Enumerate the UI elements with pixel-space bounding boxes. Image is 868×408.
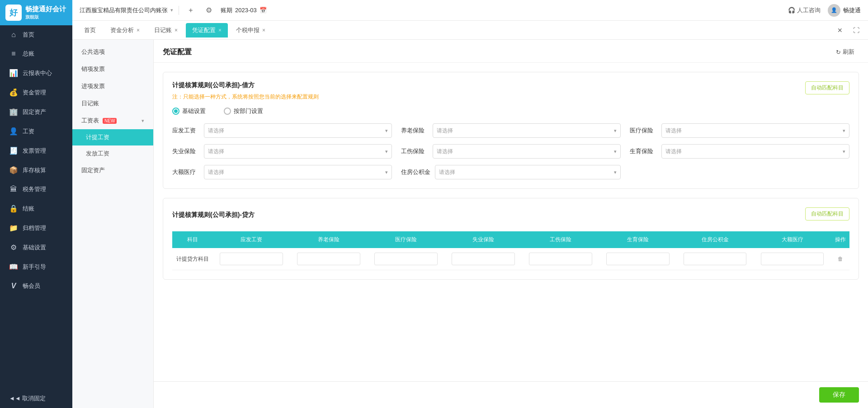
save-button[interactable]: 保存: [819, 387, 859, 403]
row-large-medical-input[interactable]: [761, 253, 824, 265]
delete-icon[interactable]: 🗑: [838, 256, 843, 262]
maternity-select[interactable]: 请选择 ▾: [661, 144, 849, 159]
unemployment-select-arrow: ▾: [385, 149, 388, 155]
row-unemployment-input[interactable]: [452, 253, 514, 265]
credit-auto-match-button[interactable]: 自动匹配科目: [805, 207, 849, 220]
row-maternity-input-cell: [599, 248, 676, 270]
row-housing-input[interactable]: [684, 253, 746, 265]
user-menu[interactable]: 👤 畅捷通: [828, 4, 861, 17]
salary-select-arrow: ▾: [385, 128, 388, 134]
field-maternity: 生育保险 请选择 ▾: [630, 144, 849, 159]
report-icon: 📊: [9, 69, 18, 77]
tab-tax[interactable]: 个税申报 ×: [230, 23, 272, 38]
tab-close-all-icon[interactable]: ✕: [834, 24, 846, 37]
username: 畅捷通: [843, 6, 861, 14]
row-pension-input[interactable]: [297, 253, 360, 265]
medical-select-placeholder: 请选择: [665, 127, 682, 135]
tab-expand-icon[interactable]: ⛶: [850, 24, 863, 37]
add-button[interactable]: +: [184, 4, 197, 17]
ledger-icon: ≡: [9, 50, 18, 58]
row-large-medical-input-cell: [754, 248, 831, 270]
tab-journal[interactable]: 日记账 ×: [148, 23, 184, 38]
debit-section-note: 注：只能选择一种方式，系统将按照您当前的选择来配置规则: [172, 93, 319, 101]
sidebar-item-inventory[interactable]: 📦 库存核算: [0, 160, 72, 180]
topbar-right: 🎧 人工咨询 👤 畅捷通: [788, 4, 861, 17]
cancel-fix-button[interactable]: ◄◄ 取消固定: [0, 389, 72, 408]
nav-journal[interactable]: 日记账: [72, 95, 153, 112]
row-work-injury-input[interactable]: [529, 253, 592, 265]
period-selector[interactable]: 账期 2023-03 📅: [221, 6, 267, 14]
tab-journal-close[interactable]: ×: [175, 27, 178, 33]
nav-fixed-assets-label: 固定资产: [81, 166, 105, 174]
row-maternity-input[interactable]: [606, 253, 669, 265]
col-pension: 养老保险: [290, 231, 368, 248]
radio-dept[interactable]: 按部门设置: [224, 107, 263, 115]
service-button[interactable]: 🎧 人工咨询: [788, 6, 821, 14]
new-badge: NEW: [103, 118, 117, 124]
tab-tax-close[interactable]: ×: [262, 27, 265, 33]
main-area: 江西服宝精品有限责任公司内账张 ▾ + ⚙ 账期 2023-03 📅 🎧 人工咨…: [72, 0, 868, 408]
radio-basic[interactable]: 基础设置: [172, 107, 206, 115]
nav-purchase[interactable]: 进项发票: [72, 78, 153, 95]
maternity-label: 生育保险: [630, 147, 657, 155]
salary-select-placeholder: 请选择: [208, 127, 224, 135]
large-medical-select-arrow: ▾: [385, 169, 388, 175]
housing-fund-select-arrow: ▾: [614, 169, 617, 175]
tab-finance[interactable]: 资金分析 ×: [104, 23, 146, 38]
sidebar: 好 畅捷通好会计 旗舰版 ⌂ 首页 ≡ 总账 📊 云报表中心 💰 资金管理 🏢 …: [0, 0, 72, 408]
nav-public[interactable]: 公共选项: [72, 43, 153, 61]
settings-gear-icon[interactable]: ⚙: [203, 4, 215, 17]
salary-select[interactable]: 请选择 ▾: [204, 123, 392, 138]
pension-select[interactable]: 请选择 ▾: [433, 123, 621, 138]
home-icon: ⌂: [9, 31, 18, 39]
refresh-icon: ↻: [836, 49, 841, 56]
sidebar-item-report[interactable]: 📊 云报表中心: [0, 63, 72, 83]
sidebar-item-guide[interactable]: 📖 新手引导: [0, 257, 72, 277]
tabbar: 首页 资金分析 × 日记账 × 凭证配置 × 个税申报 × ✕ ⛶: [72, 21, 868, 40]
sidebar-label-tax: 税务管理: [23, 185, 46, 193]
medical-label: 医疗保险: [630, 127, 657, 135]
field-work-injury: 工伤保险 请选择 ▾: [401, 144, 621, 159]
page-title: 凭证配置: [163, 47, 192, 57]
radio-basic-label: 基础设置: [182, 107, 206, 115]
housing-fund-label: 住房公积金: [401, 168, 430, 176]
tab-finance-close[interactable]: ×: [137, 27, 140, 33]
debit-auto-match-button[interactable]: 自动匹配科目: [805, 81, 849, 94]
row-salary-input[interactable]: [220, 253, 283, 265]
sidebar-item-invoice[interactable]: 🧾 发票管理: [0, 141, 72, 160]
row-housing-input-cell: [676, 248, 754, 270]
nav-calc-salary[interactable]: 计提工资: [72, 129, 153, 145]
sidebar-item-assets[interactable]: 🏢 固定资产: [0, 102, 72, 122]
tab-voucher[interactable]: 凭证配置 ×: [186, 23, 228, 38]
unemployment-select[interactable]: 请选择 ▾: [204, 144, 392, 159]
sidebar-item-settings[interactable]: ⚙ 基础设置: [0, 238, 72, 257]
row-subject-name: 计提贷方科目: [172, 248, 213, 270]
sidebar-item-capital[interactable]: 💰 资金管理: [0, 83, 72, 102]
sidebar-item-vip[interactable]: V 畅会员: [0, 277, 72, 295]
nav-sales[interactable]: 销项发票: [72, 61, 153, 78]
refresh-button[interactable]: ↻ 刷新: [831, 46, 859, 58]
nav-payroll-table[interactable]: 工资表 NEW ▾: [72, 112, 153, 129]
sidebar-item-salary[interactable]: 👤 工资: [0, 122, 72, 141]
sidebar-item-close[interactable]: 🔒 结账: [0, 199, 72, 218]
work-injury-select[interactable]: 请选择 ▾: [433, 144, 621, 159]
housing-fund-select-placeholder: 请选择: [439, 169, 455, 176]
tab-home[interactable]: 首页: [78, 23, 102, 38]
housing-fund-select[interactable]: 请选择 ▾: [435, 165, 621, 179]
sidebar-label-assets: 固定资产: [23, 108, 46, 116]
large-medical-select[interactable]: 请选择 ▾: [204, 165, 392, 179]
nav-fixed-assets[interactable]: 固定资产: [72, 162, 153, 179]
medical-select-arrow: ▾: [843, 128, 845, 134]
sidebar-item-ledger[interactable]: ≡ 总账: [0, 44, 72, 63]
row-medical-input[interactable]: [374, 253, 437, 265]
sidebar-label-guide: 新手引导: [23, 263, 46, 271]
sidebar-item-home[interactable]: ⌂ 首页: [0, 25, 72, 44]
sidebar-item-tax[interactable]: 🏛 税务管理: [0, 180, 72, 199]
content-area: 公共选项 销项发票 进项发票 日记账 工资表 NEW ▾ 计提工资: [72, 40, 868, 408]
medical-select[interactable]: 请选择 ▾: [661, 123, 849, 138]
sidebar-item-archive[interactable]: 📁 归档管理: [0, 218, 72, 238]
company-selector[interactable]: 江西服宝精品有限责任公司内账张 ▾: [80, 6, 173, 14]
tab-voucher-close[interactable]: ×: [218, 27, 222, 33]
large-medical-label: 大额医疗: [172, 168, 199, 176]
nav-pay-salary[interactable]: 发放工资: [72, 145, 153, 162]
